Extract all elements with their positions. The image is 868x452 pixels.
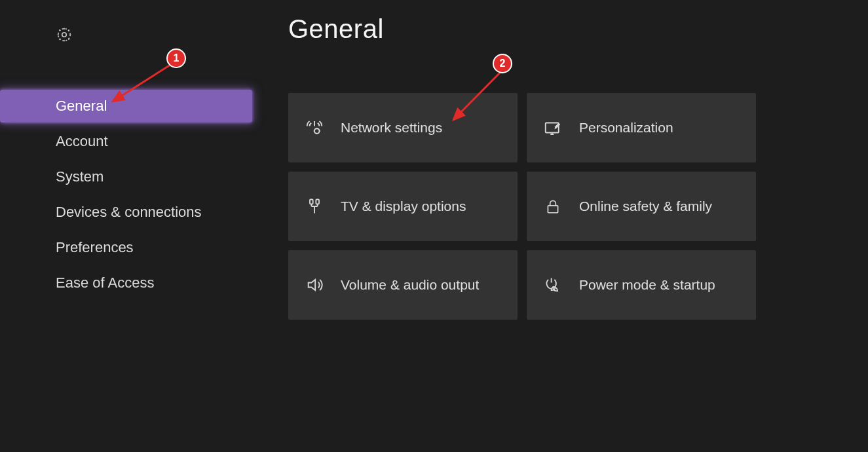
tiles-grid: Network settings Personalization TV	[288, 93, 756, 320]
sidebar-item-preferences[interactable]: Preferences	[0, 231, 252, 264]
sidebar-item-system[interactable]: System	[0, 160, 252, 193]
tile-online-safety[interactable]: Online safety & family	[527, 172, 756, 241]
sidebar-item-label: Ease of Access	[56, 274, 154, 292]
annotation-arrow-1	[105, 62, 177, 108]
tile-label: TV & display options	[341, 198, 466, 214]
svg-line-7	[113, 65, 170, 102]
tile-power-mode[interactable]: Power mode & startup	[527, 250, 756, 320]
svg-point-0	[62, 33, 67, 37]
sidebar-item-label: Account	[56, 133, 108, 150]
annotation-marker-2: 2	[493, 54, 512, 73]
tile-label: Personalization	[579, 120, 673, 136]
network-icon	[288, 118, 341, 138]
tile-label: Power mode & startup	[579, 277, 715, 293]
svg-rect-4	[310, 200, 313, 204]
annotation-marker-1: 1	[166, 48, 186, 68]
tile-volume-audio[interactable]: Volume & audio output	[288, 250, 518, 320]
gear-icon	[56, 26, 73, 43]
sidebar-menu: General Account System Devices & connect…	[0, 90, 252, 302]
tile-label: Online safety & family	[579, 198, 712, 214]
svg-rect-5	[316, 200, 319, 204]
annotation-arrow-2	[445, 69, 511, 128]
page-title: General	[288, 14, 756, 44]
sidebar-item-label: Preferences	[56, 239, 134, 256]
svg-rect-6	[548, 206, 557, 213]
volume-icon	[288, 276, 341, 294]
tile-label: Network settings	[341, 120, 442, 136]
annotation-label: 1	[174, 52, 179, 64]
tile-tv-display[interactable]: TV & display options	[288, 172, 518, 241]
settings-content: General Network settings	[288, 14, 756, 320]
sidebar-item-label: General	[56, 98, 107, 115]
display-icon	[288, 197, 341, 216]
annotation-label: 2	[500, 58, 506, 69]
sidebar-item-ease-of-access[interactable]: Ease of Access	[0, 267, 252, 299]
tile-personalization[interactable]: Personalization	[527, 93, 756, 162]
power-icon	[527, 276, 579, 294]
sidebar-item-account[interactable]: Account	[0, 125, 252, 158]
personalization-icon	[527, 118, 579, 138]
sidebar-item-label: Devices & connections	[56, 204, 202, 221]
lock-icon	[527, 197, 579, 216]
sidebar-item-devices[interactable]: Devices & connections	[0, 196, 252, 229]
sidebar-item-label: System	[56, 168, 104, 185]
svg-line-8	[453, 71, 501, 120]
tile-label: Volume & audio output	[341, 277, 479, 293]
